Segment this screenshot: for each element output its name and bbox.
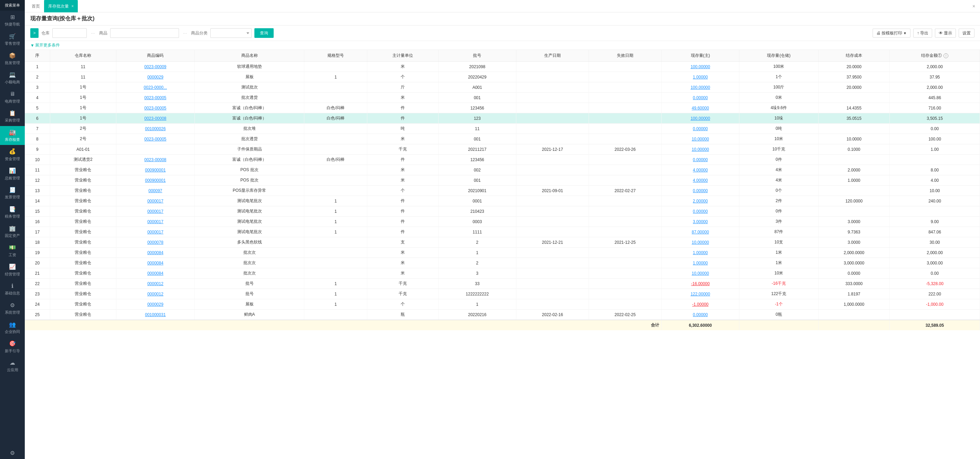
col-header-warehouse: 仓库名称 bbox=[50, 50, 116, 62]
sidebar-settings[interactable]: ⚙ bbox=[0, 447, 25, 459]
table-row[interactable]: 14营业粮仓0000017测试电笔批次1件00012.000002件120.00… bbox=[25, 196, 980, 206]
sidebar-item-invoice[interactable]: 🧾 发票管理 bbox=[0, 183, 25, 203]
col-header-expire-date: 失效日期 bbox=[589, 50, 662, 62]
col-header-produce-date: 生产日期 bbox=[516, 50, 589, 62]
goods-input[interactable] bbox=[110, 28, 179, 38]
sidebar-item-collab[interactable]: 👥 企业协同 bbox=[0, 318, 25, 338]
table-row[interactable]: 51号0023-00005富诚（白色/闷棒）白色/闷棒件12345649.600… bbox=[25, 103, 980, 113]
table-row[interactable]: 61号0023-00008富诚（白色/闷棒）白色/闷棒件123100.00000… bbox=[25, 113, 980, 124]
table-row[interactable]: 41号0023-00005批次透货米0010.000000米445.86 bbox=[25, 92, 980, 103]
table-row[interactable]: 23营业粮仓0000012批号1千克1222222222122.00000122… bbox=[25, 289, 980, 299]
wholesale-icon: 📦 bbox=[2, 52, 24, 60]
sidebar-item-label: 小额电商 bbox=[5, 80, 20, 84]
table-container[interactable]: 序 仓库名称 商品编码 商品名称 规格型号 主计量单位 bbox=[25, 50, 980, 459]
filter-toggle-button[interactable]: > bbox=[30, 28, 38, 38]
sidebar-item-label: 基础信息 bbox=[5, 291, 20, 295]
sidebar-item-system[interactable]: ⚙ 系统管理 bbox=[0, 299, 25, 318]
sidebar-item-basic-info[interactable]: ℹ 基础信息 bbox=[0, 280, 25, 299]
col-header-index: 序 bbox=[25, 50, 50, 62]
print-button[interactable]: 🖨 按模板打印 ▼ bbox=[873, 29, 910, 38]
summary-icon: 📊 bbox=[2, 167, 24, 175]
sidebar-item-cloud[interactable]: ☁ 云应用 bbox=[0, 356, 25, 376]
sidebar-item-assets[interactable]: 💰 资金管理 bbox=[0, 145, 25, 164]
tab-close-icon[interactable]: × bbox=[71, 4, 74, 9]
table-row[interactable]: 25营业粮仓001000031鲜肉A瓶202202162022-02-16202… bbox=[25, 309, 980, 320]
table-row[interactable]: 9A01-01子件保质期品千克202112172021-12-172022-03… bbox=[25, 144, 980, 155]
sidebar: 搜索菜单 ⊞ 快捷导航 🛒 零售管理 📦 批发管理 💻 小额电商 🖥 电商管理 … bbox=[0, 0, 25, 459]
page-header: 现存量查询(按仓库＋批次) bbox=[25, 13, 980, 26]
sidebar-item-ops[interactable]: 📈 经营管理 bbox=[0, 260, 25, 280]
category-select[interactable] bbox=[210, 28, 251, 38]
table-row[interactable]: 2110000029展板1个202204291.000001个37.950037… bbox=[25, 72, 980, 82]
search-button[interactable]: 查询 bbox=[255, 28, 274, 38]
sidebar-logo-text: 搜索菜单 bbox=[5, 3, 20, 7]
tab-inventory-batch[interactable]: 库存批次量 × bbox=[44, 0, 78, 13]
settings-button[interactable]: 设置 bbox=[959, 29, 975, 38]
table-row[interactable]: 82号0023-00005批次透货米00110.0000010米10.00001… bbox=[25, 134, 980, 144]
tab-home[interactable]: 首页 bbox=[27, 0, 44, 13]
sidebar-item-summary[interactable]: 📊 总账管理 bbox=[0, 164, 25, 183]
table-row[interactable]: 16营业粮仓0000017测试电笔批次1件00033.000003件3.0000… bbox=[25, 217, 980, 227]
table-row[interactable]: 18营业粮仓0000078多头黑色软线支22021-12-212021-12-2… bbox=[25, 237, 980, 247]
sidebar-item-label: 云应用 bbox=[7, 368, 18, 372]
table-row[interactable]: 21营业粮仓0000084批次次米310.0000010米0.00000.00 bbox=[25, 268, 980, 279]
table-row[interactable]: 13营业粮仓000097POS显示库存异常个202109012021-09-01… bbox=[25, 186, 980, 196]
sidebar-item-label: 批发管理 bbox=[5, 61, 20, 65]
table-row[interactable]: 1110023-00009软球通用地垫米2021098100.00000100米… bbox=[25, 62, 980, 72]
sidebar-item-mini-ecom[interactable]: 💻 小额电商 bbox=[0, 68, 25, 88]
sidebar-item-inventory[interactable]: 🏭 库存核查 bbox=[0, 126, 25, 145]
col-header-goods-name: 商品名称 bbox=[194, 50, 304, 62]
sidebar-item-tax[interactable]: 📑 税务管理 bbox=[0, 203, 25, 222]
goods-dots: ··· bbox=[182, 30, 189, 36]
purchase-icon: 📋 bbox=[2, 110, 24, 117]
sidebar-item-retail[interactable]: 🛒 零售管理 bbox=[0, 30, 25, 49]
table-row[interactable]: 20营业粮仓0000084批次次米21.000001米3,000.00003,0… bbox=[25, 258, 980, 268]
print-chevron-icon: ▼ bbox=[903, 31, 907, 35]
table-row[interactable]: 19营业粮仓0000084批次次米11.000001米2,000.00002,0… bbox=[25, 247, 980, 258]
table-row[interactable]: 22营业粮仓0000012批号1千克33-16.00000-16千克333.00… bbox=[25, 279, 980, 289]
display-icon: 👁 bbox=[939, 31, 943, 35]
table-row[interactable]: 10测试透货20023-00008富诚（白色/闷棒）白色/闷棒件1234560.… bbox=[25, 155, 980, 165]
retail-icon: 🛒 bbox=[2, 33, 24, 40]
cloud-icon: ☁ bbox=[2, 359, 24, 367]
table-row[interactable]: 24营业粮仓0000029展板1个1-1.00000-1个1,000.0000-… bbox=[25, 299, 980, 309]
sidebar-item-label: 总账管理 bbox=[5, 176, 20, 180]
sidebar-item-fixed-assets[interactable]: 🏢 固定资产 bbox=[0, 222, 25, 241]
sidebar-item-ecom[interactable]: 🖥 电商管理 bbox=[0, 88, 25, 107]
basic-info-icon: ℹ bbox=[2, 282, 24, 290]
footer-qty-total: 6,302.60000 bbox=[661, 320, 739, 330]
col-header-total-cost: 结存金额① i bbox=[890, 50, 980, 62]
col-header-unit: 主计量单位 bbox=[367, 50, 438, 62]
table-row[interactable]: 17营业粮仓0000017测试电笔批次1件111187.0000087件9.73… bbox=[25, 227, 980, 237]
table-row[interactable]: 12营业粮仓000900001POS 批次米0014.000004米1.0000… bbox=[25, 175, 980, 186]
expand-conditions-button[interactable]: ▼ 展开更多条件 bbox=[30, 42, 975, 48]
warehouse-dots: ··· bbox=[89, 30, 96, 36]
sidebar-item-label: 零售管理 bbox=[5, 41, 20, 45]
sidebar-item-label: 发票管理 bbox=[5, 195, 20, 199]
goods-label: 商品 bbox=[99, 30, 107, 36]
assets-icon: 💰 bbox=[2, 148, 24, 155]
sidebar-item-label: 固定资产 bbox=[5, 233, 20, 237]
total-cost-info-icon[interactable]: i bbox=[943, 53, 948, 58]
warehouse-input[interactable] bbox=[52, 28, 87, 38]
col-header-goods-code: 商品编码 bbox=[116, 50, 194, 62]
window-close-button[interactable]: × bbox=[970, 3, 977, 10]
sidebar-logo[interactable]: 搜索菜单 bbox=[0, 0, 25, 11]
invoice-icon: 🧾 bbox=[2, 186, 24, 194]
table-row[interactable]: 15营业粮仓0000017测试电笔批次1件2104230.000000件 bbox=[25, 206, 980, 217]
table-row[interactable]: 72号001000026批次堆吨110.000000吨0.00 bbox=[25, 124, 980, 134]
tax-icon: 📑 bbox=[2, 206, 24, 213]
sidebar-item-newbie[interactable]: 🎯 新手引导 bbox=[0, 337, 25, 356]
table-row[interactable]: 31号0023-0000...测试批次斤A001100.00000100斤20.… bbox=[25, 82, 980, 92]
payroll-icon: 💵 bbox=[2, 244, 24, 251]
sidebar-item-quick-nav[interactable]: ⊞ 快捷导航 bbox=[0, 11, 25, 30]
display-button[interactable]: 👁 显示 bbox=[935, 29, 956, 38]
sidebar-item-label: 工资 bbox=[9, 253, 16, 257]
sidebar-item-wholesale[interactable]: 📦 批发管理 bbox=[0, 49, 25, 69]
export-button[interactable]: ↑ 导出 bbox=[913, 29, 932, 38]
sidebar-item-purchase[interactable]: 📋 采购管理 bbox=[0, 107, 25, 126]
col-header-qty-main: 现存量(主) bbox=[661, 50, 739, 62]
table-row[interactable]: 11营业粮仓000900001POS 批次米0024.000004米2.0000… bbox=[25, 165, 980, 175]
sidebar-item-payroll[interactable]: 💵 工资 bbox=[0, 241, 25, 260]
inventory-table: 序 仓库名称 商品编码 商品名称 规格型号 主计量单位 bbox=[25, 50, 980, 330]
